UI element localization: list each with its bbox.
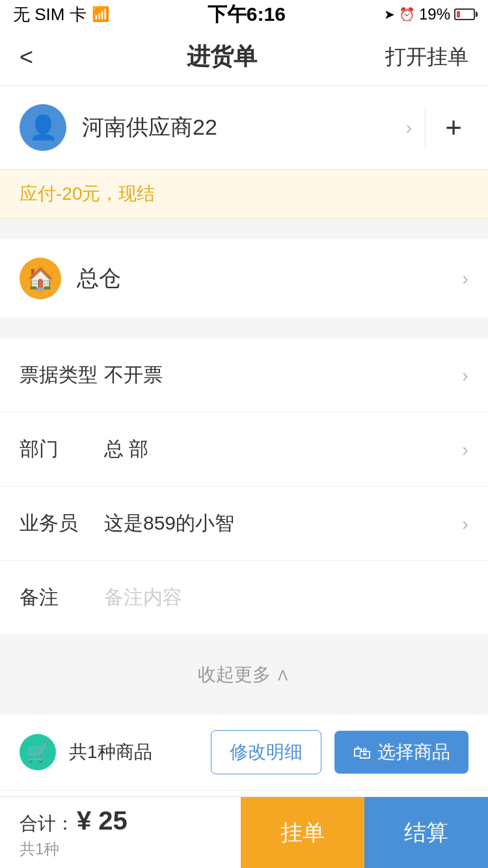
back-button[interactable]: < (20, 44, 59, 71)
battery-percent: 19% (419, 5, 450, 23)
department-label: 部门 (20, 436, 104, 463)
status-bar: 无 SIM 卡 📶 下午6:16 ➤ ⏰ 19% (0, 0, 488, 29)
warehouse-row[interactable]: 🏠 总仓 › (0, 239, 488, 318)
select-product-icon: 🛍 (353, 742, 371, 763)
location-icon: ➤ (384, 7, 395, 22)
nav-bar: < 进货单 打开挂单 (0, 29, 488, 86)
footer-total-row: 合计： ¥ 25 (20, 806, 221, 836)
footer-total-amount: ¥ 25 (77, 806, 128, 835)
hang-button[interactable]: 挂单 (241, 797, 364, 869)
footer: 合计： ¥ 25 共1种 挂单 结算 (0, 796, 488, 868)
department-chevron-icon: › (462, 439, 468, 461)
battery-icon (454, 8, 475, 20)
add-supplier-button[interactable]: + (439, 111, 468, 144)
time-label: 下午6:16 (208, 1, 286, 28)
ticket-value: 不开票 (104, 362, 462, 388)
gap3 (0, 704, 488, 714)
products-count: 共1种商品 (69, 740, 198, 765)
form-row-salesperson[interactable]: 业务员 这是859的小智 › (0, 487, 488, 561)
warning-banner: 应付-20元，现结 (0, 169, 488, 219)
form-row-ticket[interactable]: 票据类型 不开票 › (0, 338, 488, 413)
alarm-icon: ⏰ (399, 7, 415, 22)
remark-label: 备注 (20, 584, 104, 611)
warehouse-name: 总仓 (77, 264, 462, 293)
form-row-remark[interactable]: 备注 备注内容 (0, 561, 488, 635)
products-icon-glyph: 🛒 (27, 742, 49, 763)
open-hang-button[interactable]: 打开挂单 (385, 43, 468, 72)
remark-input[interactable]: 备注内容 (104, 584, 468, 611)
salesperson-value: 这是859的小智 (104, 510, 462, 537)
ticket-label: 票据类型 (20, 362, 104, 388)
footer-total: 合计： ¥ 25 共1种 (0, 806, 241, 860)
carrier-label: 无 SIM 卡 (13, 3, 87, 26)
status-right: ➤ ⏰ 19% (384, 5, 475, 23)
products-header: 🛒 共1种商品 修改明细 🛍 选择商品 (0, 714, 488, 791)
warehouse-section: 🏠 总仓 › (0, 239, 488, 318)
supplier-chevron-icon: › (405, 116, 412, 139)
supplier-row[interactable]: 👤 河南供应商22 › + (0, 86, 488, 169)
page-title: 进货单 (187, 41, 257, 73)
footer-sub-label: 共1种 (20, 839, 221, 860)
supplier-avatar-icon: 👤 (29, 114, 58, 141)
wifi-icon: 📶 (92, 6, 109, 23)
salesperson-label: 业务员 (20, 510, 104, 537)
supplier-section: 👤 河南供应商22 › + 应付-20元，现结 (0, 86, 488, 219)
ticket-chevron-icon: › (462, 364, 468, 387)
supplier-name: 河南供应商22 (82, 113, 405, 142)
vertical-divider (425, 108, 426, 147)
products-icon: 🛒 (20, 734, 56, 770)
warehouse-chevron-icon: › (462, 267, 468, 290)
select-product-label: 选择商品 (377, 740, 450, 765)
warehouse-icon: 🏠 (20, 258, 61, 299)
supplier-avatar: 👤 (20, 104, 66, 151)
department-value: 总 部 (104, 436, 462, 463)
collapse-button[interactable]: 收起更多 ∧ (0, 645, 488, 704)
select-product-button[interactable]: 🛍 选择商品 (334, 731, 468, 774)
collapse-label: 收起更多 ∧ (198, 662, 291, 687)
gap (0, 229, 488, 239)
footer-total-label: 合计： (20, 811, 74, 836)
warehouse-icon-glyph: 🏠 (27, 265, 54, 292)
form-section: 票据类型 不开票 › 部门 总 部 › 业务员 这是859的小智 › 备注 备注… (0, 338, 488, 635)
edit-detail-button[interactable]: 修改明细 (211, 730, 321, 774)
salesperson-chevron-icon: › (462, 513, 468, 535)
gap2 (0, 328, 488, 338)
settle-button[interactable]: 结算 (364, 797, 488, 869)
status-left: 无 SIM 卡 📶 (13, 3, 109, 26)
form-row-department[interactable]: 部门 总 部 › (0, 413, 488, 487)
